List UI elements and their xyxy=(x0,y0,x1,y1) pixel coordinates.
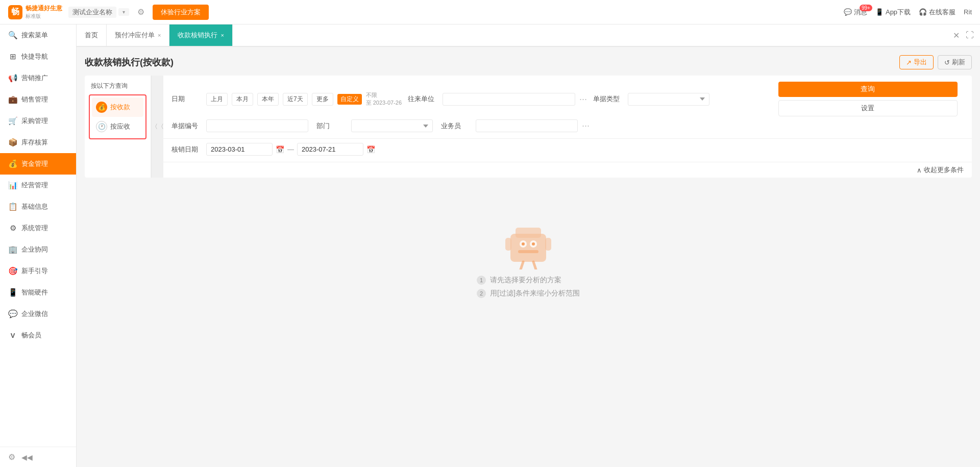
empty-tip-2: 2 用[过滤]条件来缩小分析范围 xyxy=(477,289,580,298)
sidebar-label-basic-info: 基础信息 xyxy=(21,202,48,211)
filter-by-receipt[interactable]: 💰 按收款 xyxy=(92,97,143,117)
message-icon: 💬 xyxy=(844,8,852,16)
sidebar-settings-icon[interactable]: ⚙ xyxy=(8,452,15,462)
verify-date-to-calendar-icon[interactable]: 📅 xyxy=(366,145,375,154)
tab-receipt-verify-close-icon[interactable]: × xyxy=(220,32,224,38)
tab-prepay[interactable]: 预付冲应付单 × xyxy=(107,24,169,46)
sidebar-item-basic-info[interactable]: 📋 基础信息 xyxy=(0,196,76,217)
chevron-down-icon: ▾ xyxy=(118,8,129,16)
sidebar-item-inventory[interactable]: 📦 库存核算 xyxy=(0,132,76,153)
svg-point-5 xyxy=(532,242,535,245)
tab-expand-button[interactable]: ⛶ xyxy=(964,29,976,42)
sidebar-collapse-icon[interactable]: ◀◀ xyxy=(21,453,33,461)
verify-date-from-input[interactable] xyxy=(206,143,273,156)
sidebar-label-enterprise: 企业协同 xyxy=(21,245,48,254)
sidebar-item-weixin[interactable]: 💬 企业微信 xyxy=(0,303,76,325)
sidebar-item-guide[interactable]: 🎯 新手引导 xyxy=(0,260,76,282)
counterpart-dots[interactable]: ··· xyxy=(579,94,587,105)
svg-line-9 xyxy=(521,262,523,269)
app-name: 畅捷通好生意 xyxy=(26,4,62,13)
verify-date-from-calendar-icon[interactable]: 📅 xyxy=(276,145,284,154)
tab-receipt-verify[interactable]: 收款核销执行 × xyxy=(169,24,232,46)
sidebar-label-operations: 经营管理 xyxy=(21,181,48,190)
export-button[interactable]: ↗ 导出 xyxy=(899,55,934,69)
bill-type-label: 单据类型 xyxy=(593,94,624,104)
topbar-right: 💬 消息 99+ 📱 App下载 🎧 在线客服 Rit xyxy=(844,8,972,17)
app-logo: 畅 畅捷通好生意 标准版 xyxy=(8,4,62,20)
filter-counterpart-group: 往来单位 ··· xyxy=(408,93,587,106)
counterpart-input[interactable] xyxy=(443,93,575,106)
page-title: 收款核销执行(按收款) xyxy=(85,56,174,68)
filter-type-sidebar: 按以下方查询 💰 按收款 🕐 按应收 xyxy=(85,76,151,178)
sidebar-item-operations[interactable]: 📊 经营管理 xyxy=(0,175,76,196)
filter-divider xyxy=(163,138,972,139)
date-btn-7days[interactable]: 近7天 xyxy=(283,93,308,106)
sidebar-item-member[interactable]: V 畅会员 xyxy=(0,325,76,346)
finance-icon: 💰 xyxy=(8,159,17,168)
sidebar-label-member: 畅会员 xyxy=(21,331,41,340)
app-sub: 标准版 xyxy=(26,13,62,20)
app-download-label: App下载 xyxy=(886,8,911,17)
inventory-icon: 📦 xyxy=(8,138,17,147)
sidebar-label-quick-nav: 快捷导航 xyxy=(21,52,48,61)
app-download-button[interactable]: 📱 App下载 xyxy=(875,8,911,17)
tab-close-all-button[interactable]: ✕ xyxy=(951,29,962,42)
message-badge: 99+ xyxy=(860,5,872,11)
online-service-button[interactable]: 🎧 在线客服 xyxy=(919,8,955,17)
staff-label: 业务员 xyxy=(441,121,472,131)
sidebar-item-system[interactable]: ⚙ 系统管理 xyxy=(0,217,76,239)
sidebar-label-finance: 资金管理 xyxy=(21,159,48,168)
sidebar-item-enterprise[interactable]: 🏢 企业协同 xyxy=(0,239,76,260)
staff-input[interactable] xyxy=(476,119,578,132)
dept-select[interactable] xyxy=(351,119,433,132)
date-btn-this-month[interactable]: 本月 xyxy=(232,93,253,106)
filter-type-options: 💰 按收款 🕐 按应收 xyxy=(89,94,146,139)
filter-staff-group: 业务员 ··· xyxy=(441,119,590,132)
staff-dots[interactable]: ··· xyxy=(582,120,590,131)
date-btn-this-year[interactable]: 本年 xyxy=(257,93,279,106)
sidebar-item-purchase[interactable]: 🛒 采购管理 xyxy=(0,110,76,132)
refresh-button[interactable]: ↺ 刷新 xyxy=(938,55,972,69)
tab-home[interactable]: 首页 xyxy=(77,24,107,46)
tab-prepay-close-icon[interactable]: × xyxy=(158,32,161,38)
svg-rect-8 xyxy=(545,238,551,251)
sidebar-item-smart-hw[interactable]: 📱 智能硬件 xyxy=(0,282,76,303)
solution-button[interactable]: 休验行业方案 xyxy=(153,5,209,20)
empty-tip-1: 1 请先选择要分析的方案 xyxy=(477,276,580,285)
sidebar: 🔍 搜索菜单 ⊞ 快捷导航 📢 营销推广 💼 销售管理 🛒 采购管理 📦 库存核… xyxy=(0,24,77,467)
date-btn-more[interactable]: 更多 xyxy=(312,93,333,106)
empty-state-illustration xyxy=(498,218,559,269)
empty-state: 1 请先选择要分析的方案 2 用[过滤]条件来缩小分析范围 xyxy=(85,178,972,339)
sidebar-item-sales[interactable]: 💼 销售管理 xyxy=(0,89,76,110)
smart-hw-icon: 📱 xyxy=(8,288,17,297)
query-button-group: 查询 设置 xyxy=(778,82,958,116)
empty-tips: 1 请先选择要分析的方案 2 用[过滤]条件来缩小分析范围 xyxy=(477,276,580,298)
sidebar-item-finance[interactable]: 💰 资金管理 xyxy=(0,153,76,175)
bill-type-select[interactable] xyxy=(628,93,709,106)
filter-by-receivable[interactable]: 🕐 按应收 xyxy=(92,117,143,136)
company-selector[interactable]: 测试企业名称 ▾ xyxy=(68,7,129,18)
gear-icon[interactable]: ⚙ xyxy=(137,7,144,17)
date-custom-tag: 自定义 xyxy=(337,94,362,105)
bill-no-input[interactable] xyxy=(206,119,308,132)
sidebar-label-weixin: 企业微信 xyxy=(21,309,48,318)
query-button[interactable]: 查询 xyxy=(778,82,958,97)
svg-rect-7 xyxy=(505,238,511,251)
app-download-icon: 📱 xyxy=(875,8,884,16)
verify-date-to-input[interactable] xyxy=(297,143,363,156)
sidebar-item-quick-nav[interactable]: ⊞ 快捷导航 xyxy=(0,46,76,67)
filter-collapse-button[interactable]: 〈〈 xyxy=(151,76,163,178)
sidebar-item-search-menu[interactable]: 🔍 搜索菜单 xyxy=(0,24,76,46)
sidebar-item-marketing[interactable]: 📢 营销推广 xyxy=(0,67,76,89)
page-content: 收款核销执行(按收款) ↗ 导出 ↺ 刷新 按以下方查询 xyxy=(77,47,980,467)
company-name: 测试企业名称 xyxy=(68,7,116,18)
collapse-more-button[interactable]: ∧ 收起更多条件 xyxy=(163,162,972,178)
setting-button[interactable]: 设置 xyxy=(778,100,958,116)
svg-rect-6 xyxy=(518,250,538,253)
message-button[interactable]: 💬 消息 99+ xyxy=(844,8,867,17)
filter-content: 日期 上月 本月 本年 近7天 更多 自定义 不限 至 2023-07-26 xyxy=(163,76,972,178)
filter-billno-group: 单据编号 xyxy=(172,119,308,132)
weixin-icon: 💬 xyxy=(8,309,17,318)
sidebar-label-smart-hw: 智能硬件 xyxy=(21,288,48,297)
date-btn-last-month[interactable]: 上月 xyxy=(206,93,228,106)
